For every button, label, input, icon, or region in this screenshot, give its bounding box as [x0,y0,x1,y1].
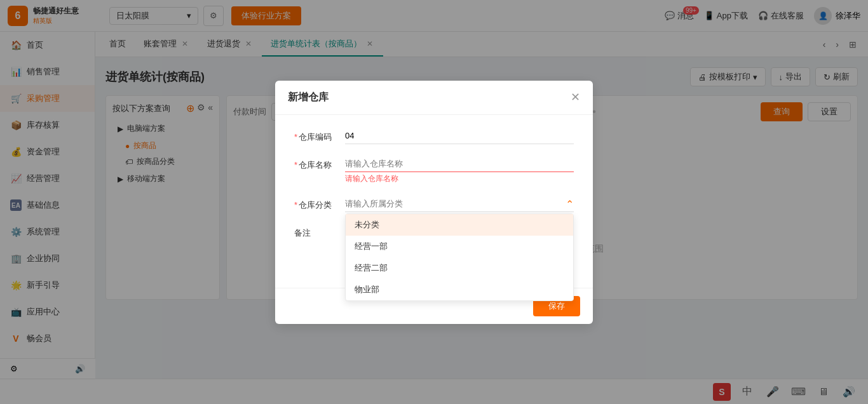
modal-close-button[interactable]: ✕ [571,91,580,103]
form-row-category: 仓库分类 ⌃ 未分类 经营一部 经营二部 物业部 [294,196,574,212]
code-wrap [345,128,574,144]
name-label: 仓库名称 [294,156,345,171]
modal-overlay[interactable]: 新增仓库 ✕ 仓库编码 仓库名称 请输入仓库名称 仓库分类 [0,0,868,404]
category-wrap: ⌃ 未分类 经营一部 经营二部 物业部 [345,196,574,212]
name-input[interactable] [345,156,574,172]
note-label: 备注 [294,224,345,239]
dropdown-item-dept1[interactable]: 经营一部 [346,236,573,257]
modal-header: 新增仓库 ✕ [275,81,593,115]
category-input[interactable] [345,196,574,212]
new-warehouse-modal: 新增仓库 ✕ 仓库编码 仓库名称 请输入仓库名称 仓库分类 [275,81,593,324]
code-input[interactable] [345,128,574,144]
modal-body: 仓库编码 仓库名称 请输入仓库名称 仓库分类 ⌃ [275,115,593,288]
category-arrow-icon[interactable]: ⌃ [566,198,574,210]
dropdown-item-dept2[interactable]: 经营二部 [346,257,573,279]
category-label: 仓库分类 [294,196,345,211]
form-row-code: 仓库编码 [294,128,574,144]
code-label: 仓库编码 [294,128,345,143]
dropdown-item-property[interactable]: 物业部 [346,279,573,300]
category-dropdown: 未分类 经营一部 经营二部 物业部 [345,213,574,301]
dropdown-item-uncategorized[interactable]: 未分类 [346,214,573,236]
modal-title: 新增仓库 [288,91,329,104]
name-wrap: 请输入仓库名称 [345,156,574,184]
name-error-message: 请输入仓库名称 [345,173,574,184]
form-row-name: 仓库名称 请输入仓库名称 [294,156,574,184]
